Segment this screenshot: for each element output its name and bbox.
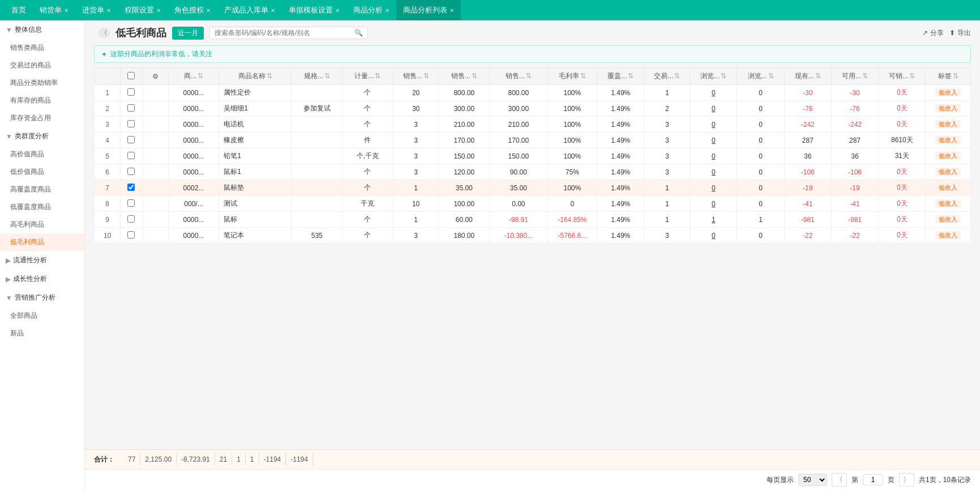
row-gear[interactable] — [142, 148, 168, 164]
nav-permission-close[interactable]: ✕ — [156, 7, 161, 14]
sidebar-group-overall[interactable]: ▼ 整体信息 — [0, 20, 84, 39]
row-browse2: 0 — [737, 101, 784, 117]
next-page-btn[interactable]: 〉 — [899, 473, 914, 487]
nav-purchase[interactable]: 进货单 ✕ — [75, 0, 118, 20]
nav-product-analysis[interactable]: 商品分析 ✕ — [346, 0, 396, 20]
nav-purchase-close[interactable]: ✕ — [106, 7, 111, 14]
nav-product-analysis-list-close[interactable]: ✕ — [450, 7, 454, 14]
nav-product-analysis-close[interactable]: ✕ — [385, 7, 390, 14]
sidebar-group-liquidity[interactable]: ▶ 流通性分析 — [0, 251, 84, 270]
export-button[interactable]: ⬆ 导出 — [949, 28, 971, 38]
row-checkbox[interactable] — [121, 196, 142, 212]
col-header-browse2[interactable]: 浏览...⇅ — [737, 68, 784, 85]
sidebar-item-traded-goods[interactable]: 交易过的商品 — [0, 57, 84, 74]
page-size-select[interactable]: 50 100 200 — [798, 474, 827, 486]
sidebar-item-low-margin[interactable]: 低毛利商品 — [0, 233, 84, 251]
col-header-cover[interactable]: 覆盖...⇅ — [597, 68, 644, 85]
row-browse1[interactable]: 0 — [690, 148, 737, 164]
notice-bar: ✦ 这部分商品的利润非常低，请关注 — [94, 45, 971, 63]
sidebar-item-new-goods[interactable]: 新品 — [0, 325, 84, 342]
filter-recent-month-btn[interactable]: 近一月 — [172, 27, 204, 40]
page-input[interactable] — [863, 474, 883, 485]
nav-template[interactable]: 单据模板设置 ✕ — [282, 0, 346, 20]
col-header-gear[interactable]: ⚙ — [142, 68, 168, 85]
row-gear[interactable] — [142, 212, 168, 228]
sidebar-group-growth[interactable]: ▶ 成长性分析 — [0, 270, 84, 288]
select-all-checkbox[interactable] — [127, 72, 135, 79]
row-browse1[interactable]: 0 — [690, 117, 737, 133]
col-header-saleable[interactable]: 可销...⇅ — [879, 68, 926, 85]
row-gear[interactable] — [142, 180, 168, 196]
col-header-tag[interactable]: 标签⇅ — [926, 68, 971, 85]
row-checkbox[interactable] — [121, 85, 142, 101]
nav-sales[interactable]: 销货单 ✕ — [33, 0, 75, 20]
row-browse1[interactable]: 0 — [690, 196, 737, 212]
row-gear[interactable] — [142, 164, 168, 180]
row-num: 1 — [95, 85, 121, 101]
nav-template-close[interactable]: ✕ — [335, 7, 340, 14]
sidebar-item-high-margin[interactable]: 高毛利商品 — [0, 216, 84, 233]
nav-product-in[interactable]: 产成品入库单 ✕ — [217, 0, 282, 20]
col-header-unit[interactable]: 计量...⇅ — [343, 68, 393, 85]
row-available: -981 — [831, 212, 878, 228]
col-header-current[interactable]: 现有...⇅ — [784, 68, 831, 85]
nav-product-in-close[interactable]: ✕ — [271, 7, 275, 14]
nav-permission[interactable]: 权限设置 ✕ — [118, 0, 168, 20]
col-header-sale-price[interactable]: 销售...⇅ — [439, 68, 490, 85]
row-gear[interactable] — [142, 101, 168, 117]
sidebar-item-sales-goods[interactable]: 销售类商品 — [0, 39, 84, 57]
row-browse1[interactable]: 0 — [690, 85, 737, 101]
col-header-gross-rate[interactable]: 毛利率⇅ — [547, 68, 597, 85]
row-gear[interactable] — [142, 133, 168, 148]
sidebar-collapse-btn[interactable]: 《 — [99, 27, 110, 39]
row-checkbox[interactable] — [121, 228, 142, 244]
nav-role-close[interactable]: ✕ — [206, 7, 211, 14]
nav-role[interactable]: 角色授权 ✕ — [168, 0, 217, 20]
row-checkbox[interactable] — [121, 117, 142, 133]
row-gear[interactable] — [142, 228, 168, 244]
col-header-spec[interactable]: 规格...⇅ — [292, 68, 343, 85]
sidebar-item-high-coverage[interactable]: 高覆盖度商品 — [0, 181, 84, 198]
row-gear[interactable] — [142, 85, 168, 101]
row-gear[interactable] — [142, 117, 168, 133]
row-checkbox[interactable] — [121, 180, 142, 196]
sidebar-group-cluster[interactable]: ▼ 类群度分析 — [0, 127, 84, 146]
col-header-sale-gross[interactable]: 销售...⇅ — [490, 68, 547, 85]
col-header-available[interactable]: 可用...⇅ — [831, 68, 878, 85]
col-header-name[interactable]: 商品名称⇅ — [219, 68, 292, 85]
sidebar-item-low-value[interactable]: 低价值商品 — [0, 163, 84, 181]
row-browse1[interactable]: 0 — [690, 180, 737, 196]
nav-product-analysis-list[interactable]: 商品分析列表 ✕ — [396, 0, 461, 20]
sidebar-item-all-goods[interactable]: 全部商品 — [0, 307, 84, 325]
row-browse1[interactable]: 0 — [690, 133, 737, 148]
col-header-trade[interactable]: 交易...⇅ — [644, 68, 690, 85]
row-browse1[interactable]: 0 — [690, 228, 737, 244]
row-gear[interactable] — [142, 196, 168, 212]
sidebar-item-high-value[interactable]: 高价值商品 — [0, 146, 84, 163]
prev-page-btn[interactable]: 〈 — [832, 473, 847, 487]
row-browse1[interactable]: 0 — [690, 164, 737, 180]
row-spec — [292, 212, 343, 228]
row-checkbox[interactable] — [121, 148, 142, 164]
col-header-browse1[interactable]: 浏览...⇅ — [690, 68, 737, 85]
row-checkbox[interactable] — [121, 212, 142, 228]
nav-sales-close[interactable]: ✕ — [64, 7, 69, 14]
row-browse1[interactable]: 1 — [690, 212, 737, 228]
col-header-sale-count[interactable]: 销售...⇅ — [393, 68, 439, 85]
col-header-code[interactable]: 商...⇅ — [168, 68, 219, 85]
row-checkbox[interactable] — [121, 133, 142, 148]
sidebar-group-marketing[interactable]: ▼ 营销推广分析 — [0, 288, 84, 307]
row-checkbox[interactable] — [121, 101, 142, 117]
row-browse1[interactable]: 0 — [690, 101, 737, 117]
row-checkbox[interactable] — [121, 164, 142, 180]
sidebar-item-stocked-goods[interactable]: 有库存的商品 — [0, 92, 84, 109]
footer-sale-price: 2,125.00 — [140, 453, 177, 466]
nav-home[interactable]: 首页 — [5, 0, 33, 20]
sidebar-item-category-rate[interactable]: 商品分类助销率 — [0, 74, 84, 92]
sidebar-item-stock-capital[interactable]: 库存资金占用 — [0, 109, 84, 127]
share-button[interactable]: ↗ 分享 — [922, 28, 944, 38]
sidebar-item-low-coverage[interactable]: 低覆盖度商品 — [0, 198, 84, 216]
col-header-check[interactable] — [121, 68, 142, 85]
search-input[interactable] — [215, 29, 352, 37]
row-trade: 3 — [644, 133, 690, 148]
